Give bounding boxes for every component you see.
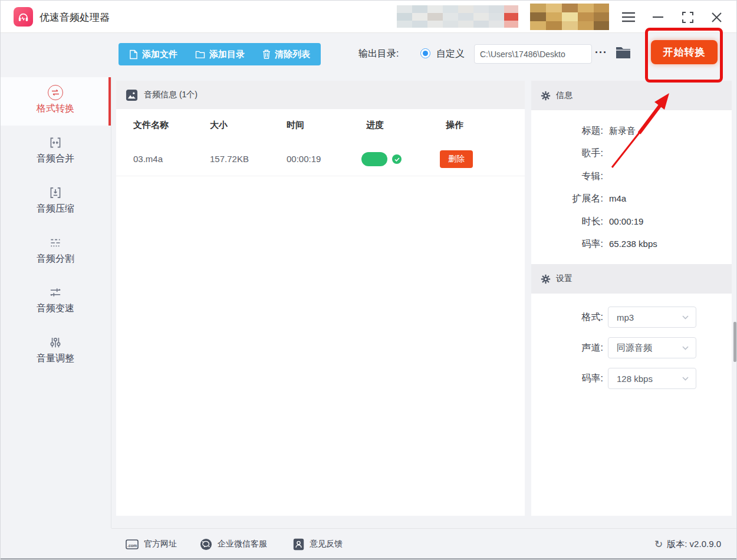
gear-icon	[541, 91, 551, 101]
output-dir-label: 输出目录:	[358, 48, 399, 60]
close-button[interactable]	[708, 8, 725, 26]
window-bottom-edge	[1, 558, 736, 559]
delete-row-button[interactable]: 删除	[440, 150, 473, 168]
app-logo-headphones-icon	[14, 7, 33, 27]
sidebar-item-volume-adjust[interactable]: 音量调整	[1, 327, 110, 375]
version-text: 版本: v2.0.9.0	[667, 539, 721, 550]
svg-text:.com: .com	[127, 543, 137, 548]
settings-section-header: 设置	[531, 264, 732, 294]
info-value-title: 新录音	[609, 126, 636, 137]
app-window: 优速音频处理器	[0, 0, 737, 560]
trash-icon	[262, 50, 271, 59]
setting-label-format: 格式:	[531, 311, 603, 324]
minimize-button[interactable]	[649, 8, 667, 26]
audio-info-icon	[126, 89, 138, 101]
info-value-duration: 00:00:19	[609, 216, 643, 226]
clear-list-button[interactable]: 清除列表	[262, 49, 310, 60]
toolbar-button-group: 添加文件 添加目录 清除列表	[119, 43, 321, 65]
menu-icon[interactable]	[620, 8, 637, 26]
done-check-icon	[392, 154, 402, 164]
footer: .com 官方网址 企业微信客服 意见反馈 ↻ 版本: v2.0.9.0	[111, 528, 737, 560]
official-website-link[interactable]: .com 官方网址	[126, 529, 177, 559]
details-panel: 信息 标题: 新录音 歌手: 专辑: 扩展名: m4a 时长: 00:00:19…	[531, 81, 732, 516]
radio-dot	[423, 51, 428, 56]
maximize-button[interactable]	[679, 8, 696, 26]
col-filename: 文件名称	[133, 120, 169, 131]
setting-label-bitrate: 码率:	[531, 373, 603, 385]
sidebar-item-audio-merge[interactable]: 音频合并	[1, 127, 110, 176]
custom-radio[interactable]	[420, 48, 430, 58]
open-folder-button[interactable]	[614, 44, 632, 61]
website-icon: .com	[126, 539, 139, 549]
format-convert-icon	[1, 85, 110, 101]
sidebar-item-audio-split[interactable]: 音频分割	[1, 228, 110, 276]
info-label-bitrate: 码率:	[531, 238, 603, 251]
bitrate-select[interactable]: 128 kbps	[608, 368, 696, 389]
redacted-account-info	[397, 5, 518, 28]
progress-bar	[361, 152, 387, 166]
start-convert-button[interactable]: 开始转换	[651, 40, 718, 64]
col-time: 时间	[287, 120, 304, 131]
file-list-header: 音频信息 (1个)	[116, 81, 525, 109]
col-progress: 进度	[366, 120, 384, 131]
sidebar-divider	[111, 77, 111, 528]
redacted-user-badge	[530, 4, 609, 30]
custom-option-label: 自定义	[436, 48, 465, 60]
info-label-title: 标题:	[531, 125, 603, 137]
sidebar-item-audio-speed[interactable]: 音频变速	[1, 277, 110, 325]
col-size: 大小	[210, 120, 228, 131]
table-header-row: 文件名称 大小 时间 进度 操作	[116, 109, 525, 142]
output-path-input[interactable]	[474, 44, 592, 64]
app-title: 优速音频处理器	[40, 11, 110, 24]
col-action: 操作	[446, 120, 463, 131]
wechat-service-link[interactable]: 企业微信客服	[200, 529, 267, 559]
folder-solid-icon	[614, 44, 632, 61]
gear-icon	[541, 274, 551, 284]
format-select[interactable]: mp3	[608, 307, 696, 328]
chevron-down-icon	[682, 346, 689, 350]
audio-split-icon	[1, 235, 110, 252]
file-list-title: 音频信息 (1个)	[144, 90, 198, 100]
browse-more-button[interactable]: ···	[595, 47, 607, 59]
chevron-down-icon	[682, 315, 689, 319]
add-file-button[interactable]: 添加文件	[129, 49, 177, 60]
channel-select[interactable]: 同源音频	[608, 337, 696, 358]
setting-label-channel: 声道:	[531, 342, 603, 354]
info-label-duration: 时长:	[531, 216, 603, 228]
audio-merge-icon	[1, 135, 110, 151]
audio-compress-icon	[1, 185, 110, 202]
feedback-link[interactable]: 意见反馈	[293, 529, 343, 559]
info-label-ext: 扩展名:	[531, 193, 603, 205]
feedback-icon	[293, 538, 304, 551]
info-label-album: 专辑:	[531, 170, 603, 183]
cell-filename: 03.m4a	[133, 154, 163, 164]
volume-adjust-icon	[1, 335, 110, 351]
version-info[interactable]: ↻ 版本: v2.0.9.0	[654, 529, 721, 559]
wechat-service-icon	[200, 538, 212, 551]
scrollbar-thumb[interactable]	[733, 322, 736, 362]
folder-icon	[195, 50, 205, 59]
file-icon	[129, 50, 138, 60]
info-label-artist: 歌手:	[531, 147, 603, 160]
cell-time: 00:00:19	[287, 154, 321, 164]
titlebar: 优速音频处理器	[1, 1, 737, 33]
sidebar-item-format-convert[interactable]: 格式转换	[1, 77, 110, 126]
chevron-down-icon	[682, 377, 689, 381]
sidebar-item-audio-compress[interactable]: 音频压缩	[1, 177, 110, 226]
table-row: 03.m4a 157.72KB 00:00:19 删除	[116, 142, 525, 176]
info-section-header: 信息	[531, 81, 732, 110]
file-list-panel: 音频信息 (1个) 文件名称 大小 时间 进度 操作 03.m4a 157.72…	[116, 81, 525, 516]
info-value-bitrate: 65.238 kbps	[609, 239, 657, 249]
add-directory-button[interactable]: 添加目录	[195, 49, 245, 60]
info-value-ext: m4a	[609, 193, 626, 203]
cell-size: 157.72KB	[210, 154, 249, 164]
refresh-icon: ↻	[654, 538, 663, 551]
audio-speed-icon	[1, 285, 110, 301]
